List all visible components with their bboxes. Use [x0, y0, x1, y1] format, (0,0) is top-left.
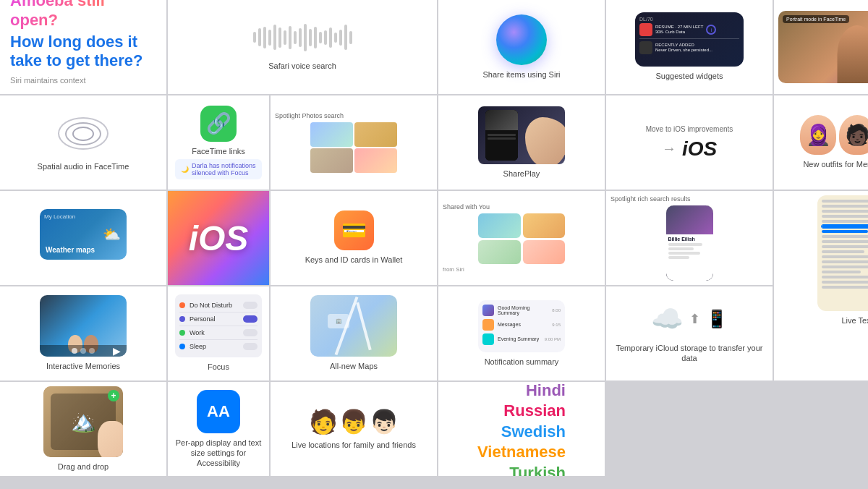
- spatial-ring-inner: [72, 127, 94, 141]
- facetime-portrait-cell: Portrait mode in FaceTime: [774, 0, 868, 94]
- wave-bar: [329, 27, 332, 48]
- move-ios-content: Move to iOS improvements → iOS: [646, 125, 733, 161]
- notif-icon-1: [482, 305, 494, 316]
- facetime-portrait-tag: Portrait mode in FaceTime: [783, 15, 849, 23]
- dragdrop-label: Drag and drop: [58, 462, 109, 472]
- widget-book-text: RECENTLY ADDEDNever Driven, she persiste…: [655, 43, 712, 54]
- focus-sleep-label: Sleep: [190, 343, 206, 350]
- focus-notification: 🌙 Darla has notifications silenced with …: [175, 159, 262, 179]
- focus-personal-label: Personal: [190, 315, 216, 323]
- shareplay-cell: SharePlay: [438, 95, 605, 190]
- spotlight-photos-grid: [310, 122, 397, 173]
- suggested-widgets-label: Suggested widgets: [656, 71, 723, 81]
- dragdrop-cell: 🏔️ + Drag and drop: [0, 382, 166, 476]
- memories-label: Interactive Memories: [46, 361, 120, 371]
- ios-logo-text: iOS: [682, 137, 717, 161]
- ctrl-dot-1[interactable]: [72, 348, 77, 354]
- wave-bar: [299, 28, 302, 47]
- focus-item-dnd: Do Not Disturb: [179, 299, 258, 312]
- icloud-cell: ☁️ ⬆ 📱 Temporary iCloud storage to trans…: [606, 286, 773, 380]
- wave-bar: [324, 30, 327, 45]
- aa-icon: AA: [197, 390, 240, 433]
- quickpath-lang-list: Dutch Hindi Russian Swedish Vietnamese T…: [477, 382, 566, 476]
- spotlight-photos-cell: Spotlight Photos search: [271, 95, 437, 190]
- finger-shape: [98, 421, 123, 457]
- widget-app-icon: [639, 23, 652, 36]
- phone-icon: 📱: [706, 309, 728, 329]
- facetime-link-icon: 🔗: [200, 106, 237, 142]
- wave-bar: [278, 27, 281, 48]
- widget-info-i: i: [710, 27, 712, 33]
- shared-photos-grid: [478, 213, 565, 264]
- maps-img: 🏢: [310, 295, 397, 357]
- wave-bar: [268, 30, 271, 46]
- siri-sphere-icon: [496, 14, 547, 65]
- per-app-label: Per-app display and text size settings f…: [175, 438, 262, 469]
- focus-dot-dnd: [179, 302, 185, 308]
- phone-in-hand: [485, 110, 518, 161]
- doc-line: [822, 235, 868, 238]
- doc-line: [822, 220, 868, 223]
- notif-text-1: Good Morning Summary: [498, 305, 548, 315]
- doc-line: [822, 205, 868, 208]
- memoji-row: 🧕 🧑🏿 👷: [800, 115, 868, 155]
- focus-notification-text: Darla has notifications silenced with Fo…: [192, 162, 256, 177]
- focus-toggle-dnd[interactable]: [243, 302, 258, 309]
- play-icon[interactable]: ▶: [113, 345, 121, 357]
- face-shape: [838, 25, 869, 83]
- spotlight-line-1: [668, 243, 702, 246]
- memories-controls: ▶: [40, 345, 127, 357]
- doc-line: [822, 276, 868, 278]
- focus-toggle-sleep[interactable]: [243, 343, 258, 350]
- maps-cell: 🏢 All-new Maps: [271, 286, 437, 380]
- doc-line-selected: [822, 225, 868, 228]
- dragdrop-img: 🏔️ +: [43, 386, 123, 457]
- wave-bar: [314, 27, 317, 48]
- move-ios-label-text: Move to iOS improvements: [646, 125, 733, 133]
- focus-cell: Do Not Disturb Personal Work Sleep Focus: [168, 286, 269, 380]
- widget-title-text: RESUME · 27 MIN LEFT308- Curb Data: [655, 25, 703, 36]
- waveform: [253, 23, 352, 52]
- spotlight-artist-name: Billie Eilish: [668, 237, 711, 242]
- moon-icon: 🌙: [181, 166, 189, 173]
- shareplay-label: SharePlay: [503, 169, 540, 179]
- wave-bar: [263, 27, 266, 48]
- ios-big-cell: iOS: [168, 191, 269, 285]
- maps-label: All-new Maps: [330, 361, 378, 371]
- spotlight-hero-img: [666, 205, 713, 234]
- shared-photo-3: [478, 240, 521, 265]
- memories-cell: ▶ Interactive Memories: [0, 286, 166, 380]
- siri-context-cell: Hey Siri, is Amoeba still open? How long…: [0, 0, 166, 94]
- siri-sphere-label: Share items using Siri: [483, 69, 561, 80]
- siri-hey-text: Hey Siri, is Amoeba still open?: [10, 0, 156, 30]
- focus-toggle-personal[interactable]: [243, 315, 258, 323]
- widget-preview: DL/70 RESUME · 27 MIN LEFT308- Curb Data…: [635, 12, 744, 67]
- widget-row-2: RECENTLY ADDEDNever Driven, she persiste…: [639, 41, 739, 54]
- quickpath-cell: Dutch Hindi Russian Swedish Vietnamese T…: [438, 382, 605, 476]
- weather-cloud-icon: ⛅: [103, 226, 121, 243]
- weather-maps-cell: My Location Weather maps ⛅: [0, 191, 166, 285]
- doc-line: [822, 210, 868, 213]
- live-locations-label: Live locations for family and friends: [292, 440, 416, 450]
- notif-row-1: Good Morning Summary 8:00: [482, 305, 561, 316]
- plus-badge: +: [108, 390, 119, 401]
- memoji-2: 🧑🏿: [839, 115, 868, 155]
- ctrl-dot-2[interactable]: [80, 348, 86, 354]
- doc-line: [822, 281, 868, 284]
- shared-with-you-tag: Shared with You: [443, 203, 490, 211]
- notif-text-2: Messages: [498, 322, 548, 327]
- doc-line: [822, 260, 868, 263]
- siri-sphere-cell: Share items using Siri: [438, 0, 605, 94]
- focus-toggle-work[interactable]: [243, 329, 258, 336]
- ctrl-dot-3[interactable]: [89, 348, 95, 354]
- cloud-upload-icon: ☁️: [651, 304, 684, 334]
- notif-time-2: 9:15: [552, 323, 561, 327]
- wave-bar: [349, 31, 352, 44]
- wave-bar: [273, 25, 276, 50]
- icloud-icons-row: ☁️ ⬆ 📱: [651, 304, 728, 334]
- lang-hindi: Hindi: [477, 382, 566, 401]
- shared-with-you-cell: Shared with You from Siri: [438, 191, 605, 285]
- safari-voice-label: Safari voice search: [268, 61, 336, 71]
- weather-card-location: My Location: [44, 213, 75, 220]
- wave-bar: [294, 31, 297, 44]
